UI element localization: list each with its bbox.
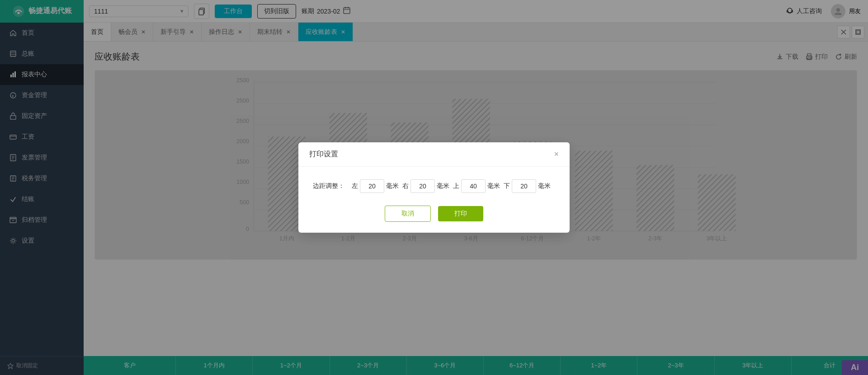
left-margin-group: 左 毫米 bbox=[352, 179, 399, 193]
margin-label: 边距调整： bbox=[313, 182, 344, 190]
modal-title: 打印设置 bbox=[309, 150, 338, 159]
bottom-margin-group: 下 毫米 bbox=[504, 179, 551, 193]
top-unit-label: 毫米 bbox=[487, 182, 500, 190]
print-dialog: 打印设置 × 边距调整： 左 毫米 右 毫米 上 毫米 bbox=[298, 142, 570, 233]
top-direction-label: 上 bbox=[453, 182, 459, 190]
right-direction-label: 右 bbox=[402, 182, 409, 190]
right-margin-input[interactable] bbox=[410, 179, 435, 193]
left-direction-label: 左 bbox=[352, 182, 358, 190]
cancel-button[interactable]: 取消 bbox=[385, 206, 431, 222]
bottom-margin-input[interactable] bbox=[512, 179, 536, 193]
right-margin-group: 右 毫米 bbox=[402, 179, 449, 193]
bottom-unit-label: 毫米 bbox=[538, 182, 551, 190]
modal-footer: 取消 打印 bbox=[298, 202, 570, 233]
top-margin-input[interactable] bbox=[461, 179, 486, 193]
right-unit-label: 毫米 bbox=[437, 182, 449, 190]
left-margin-input[interactable] bbox=[360, 179, 384, 193]
print-confirm-button[interactable]: 打印 bbox=[438, 206, 483, 221]
modal-overlay: 打印设置 × 边距调整： 左 毫米 右 毫米 上 毫米 bbox=[0, 0, 868, 375]
modal-close-button[interactable]: × bbox=[554, 150, 559, 159]
left-unit-label: 毫米 bbox=[386, 182, 399, 190]
bottom-direction-label: 下 bbox=[504, 182, 510, 190]
modal-body: 边距调整： 左 毫米 右 毫米 上 毫米 下 bbox=[298, 167, 570, 202]
modal-header: 打印设置 × bbox=[298, 142, 570, 167]
top-margin-group: 上 毫米 bbox=[453, 179, 500, 193]
margin-row: 边距调整： 左 毫米 右 毫米 上 毫米 下 bbox=[313, 179, 555, 193]
